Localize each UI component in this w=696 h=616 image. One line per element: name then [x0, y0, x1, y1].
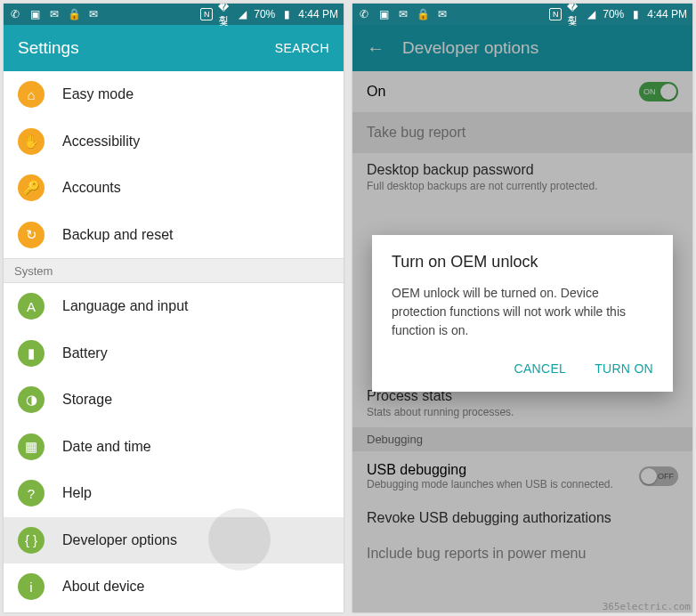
- nfc-icon: N: [200, 8, 213, 20]
- status-bar: ✆ ▣ ✉ 🔒 ✉ N �훷 ◢ 70% ▮ 4:44 PM: [352, 4, 692, 25]
- message-icon: ✉: [436, 8, 449, 20]
- settings-item-developer-options[interactable]: { } Developer options: [4, 517, 344, 564]
- signal-icon: ◢: [585, 8, 597, 20]
- search-button[interactable]: SEARCH: [275, 41, 329, 55]
- battery-icon: ▮: [18, 340, 45, 367]
- settings-item-label: About device: [62, 579, 145, 595]
- lock-icon: 🔒: [68, 8, 80, 20]
- watermark: 365electric.com: [603, 601, 691, 612]
- picture-icon: ▣: [377, 8, 390, 20]
- battery-icon: ▮: [629, 8, 642, 20]
- dialog-title: Turn on OEM unlock: [392, 253, 653, 272]
- dev-icon: { }: [18, 527, 45, 554]
- settings-item-accounts[interactable]: 🔑 Accounts: [4, 165, 344, 212]
- key-icon: 🔑: [18, 174, 45, 201]
- calendar-icon: ▦: [18, 434, 45, 460]
- page-title: Settings: [18, 38, 79, 58]
- battery-pct: 70%: [603, 8, 624, 20]
- wifi-call-icon: ✆: [358, 8, 370, 20]
- lock-icon: 🔒: [417, 8, 429, 20]
- developer-options-screen: ✆ ▣ ✉ 🔒 ✉ N �훷 ◢ 70% ▮ 4:44 PM ← Develop…: [352, 4, 692, 612]
- clock: 4:44 PM: [298, 8, 338, 20]
- mail-icon: ✉: [48, 8, 61, 20]
- signal-icon: ◢: [236, 8, 248, 20]
- app-bar: Settings SEARCH: [4, 25, 344, 71]
- settings-item-label: Storage: [62, 392, 112, 408]
- help-icon: ?: [18, 480, 45, 507]
- settings-item-storage[interactable]: ◑ Storage: [4, 377, 344, 424]
- settings-item-battery[interactable]: ▮ Battery: [4, 330, 344, 377]
- battery-pct: 70%: [254, 8, 275, 20]
- settings-item-label: Backup and reset: [62, 227, 174, 243]
- settings-item-accessibility[interactable]: ✋ Accessibility: [4, 118, 344, 166]
- wifi-call-icon: ✆: [9, 8, 21, 20]
- status-bar: ✆ ▣ ✉ 🔒 ✉ N �훷 ◢ 70% ▮ 4:44 PM: [4, 4, 344, 25]
- settings-item-date-time[interactable]: ▦ Date and time: [4, 424, 344, 471]
- home-icon: ⌂: [18, 81, 45, 108]
- picture-icon: ▣: [28, 8, 41, 20]
- settings-item-backup[interactable]: ↻ Backup and reset: [4, 212, 344, 259]
- touch-ripple: [208, 508, 271, 571]
- settings-item-language[interactable]: A Language and input: [4, 283, 344, 330]
- settings-item-label: Date and time: [62, 439, 151, 455]
- info-icon: i: [18, 573, 45, 600]
- storage-icon: ◑: [18, 386, 45, 413]
- message-icon: ✉: [87, 8, 100, 20]
- settings-item-label: Help: [62, 485, 92, 501]
- settings-item-label: Accounts: [62, 180, 121, 196]
- mail-icon: ✉: [397, 8, 409, 20]
- refresh-icon: ↻: [18, 222, 45, 248]
- settings-item-label: Developer options: [62, 532, 177, 548]
- cancel-button[interactable]: CANCEL: [514, 361, 567, 376]
- settings-screen: ✆ ▣ ✉ 🔒 ✉ N �훷 ◢ 70% ▮ 4:44 PM Settings …: [4, 4, 344, 612]
- oem-unlock-dialog: Turn on OEM unlock OEM unlock will be tu…: [372, 235, 673, 392]
- clock: 4:44 PM: [647, 8, 687, 20]
- settings-item-label: Accessibility: [62, 134, 140, 150]
- nfc-icon: N: [549, 8, 562, 20]
- wifi-icon: �훷: [567, 8, 579, 20]
- wifi-icon: �훷: [218, 8, 231, 20]
- hand-icon: ✋: [18, 128, 45, 155]
- section-header-system: System: [4, 258, 344, 283]
- settings-item-help[interactable]: ? Help: [4, 470, 344, 517]
- settings-item-easy-mode[interactable]: ⌂ Easy mode: [4, 71, 344, 118]
- battery-icon: ▮: [280, 8, 293, 20]
- lang-icon: A: [18, 293, 45, 320]
- settings-item-label: Easy mode: [62, 86, 134, 102]
- settings-item-label: Language and input: [62, 298, 188, 314]
- turn-on-button[interactable]: TURN ON: [595, 361, 653, 376]
- settings-item-label: Battery: [62, 345, 108, 361]
- settings-item-about[interactable]: i About device: [4, 563, 344, 611]
- dialog-message: OEM unlock will be turned on. Device pro…: [392, 284, 653, 340]
